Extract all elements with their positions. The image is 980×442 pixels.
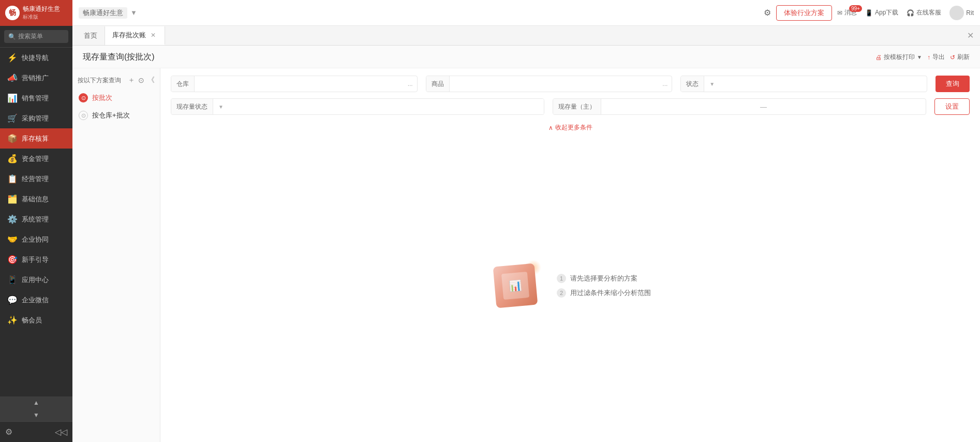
settings-btn[interactable]: 设置	[934, 98, 970, 115]
purchase-icon: 🛒	[7, 113, 18, 123]
sidebar-scroll-down[interactable]: ▼	[0, 409, 72, 421]
refresh-icon: ↺	[950, 54, 955, 61]
settings-footer-icon[interactable]: ⚙	[5, 427, 12, 437]
app-logo: 畅	[5, 6, 20, 20]
sidebar-item-quick-nav[interactable]: ⚡ 快捷导航	[0, 48, 72, 68]
sidebar-item-basic[interactable]: 🗂️ 基础信息	[0, 189, 72, 209]
tab-home[interactable]: 首页	[77, 26, 105, 45]
warehouse-filter[interactable]: 仓库 ...	[171, 76, 418, 92]
guide-icon: 🎯	[7, 255, 18, 264]
product-input[interactable]	[450, 80, 659, 88]
scheme-by-wh-batch-label: 按仓库+批次	[92, 111, 130, 120]
empty-state: 📊 1 请先选择要分析的方案 2 用过滤条件来缩小分析范围	[171, 136, 970, 435]
search-label: 搜索菜单	[18, 32, 43, 41]
search-menu-btn[interactable]: 🔍 搜索菜单	[4, 30, 68, 43]
settings-scheme-icon[interactable]: ⊙	[138, 76, 144, 84]
product-filter[interactable]: 商品 ...	[426, 76, 673, 92]
refresh-label: 刷新	[957, 53, 970, 62]
app-subtitle: 标准版	[23, 13, 60, 21]
app-title: 畅康通好生意	[23, 5, 60, 13]
status-filter[interactable]: 状态 ▼	[680, 76, 927, 92]
main-area: 畅康通好生意 ▼ ⚙ 体验行业方案 ✉ 消息 99+ 📱 App下载 🎧 在线客…	[72, 0, 980, 442]
tab-close-btn[interactable]: ✕	[149, 31, 157, 39]
stock-qty-max-input[interactable]	[772, 103, 926, 111]
breadcrumb-item: 畅康通好生意	[79, 7, 127, 19]
stock-qty-filter[interactable]: 现存量（主） —	[553, 98, 926, 115]
basic-label: 基础信息	[22, 195, 49, 204]
topbar-right: ✉ 消息 99+ 📱 App下载 🎧 在线客服 Rit	[837, 6, 974, 20]
sidebar-scroll-up[interactable]: ▲	[0, 396, 72, 409]
sidebar-item-enterprise[interactable]: 🤝 企业协同	[0, 229, 72, 249]
sidebar-item-finance[interactable]: 💰 资金管理	[0, 149, 72, 169]
sidebar-item-guide[interactable]: 🎯 新手引导	[0, 249, 72, 270]
empty-box-inner: 📊	[501, 271, 529, 299]
sidebar-item-appstore[interactable]: 📱 应用中心	[0, 270, 72, 290]
sidebar-header: 畅 畅康通好生意 标准版	[0, 0, 72, 26]
sidebar-search-area[interactable]: 🔍 搜索菜单	[0, 26, 72, 48]
headset-icon: 🎧	[907, 9, 914, 17]
sidebar-item-inventory[interactable]: 📦 库存核算	[0, 128, 72, 149]
phone-icon: 📱	[865, 9, 873, 17]
tab-batch-ledger[interactable]: 库存批次账 ✕	[105, 26, 165, 45]
sidebar-nav: ⚡ 快捷导航 📣 营销推广 📊 销售管理 🛒 采购管理 📦 库存核算 💰 资金管…	[0, 48, 72, 396]
tip-2-text: 用过滤条件来缩小分析范围	[570, 288, 651, 298]
stock-status-select[interactable]: ▼	[213, 99, 544, 114]
sidebar: 畅 畅康通好生意 标准版 🔍 搜索菜单 ⚡ 快捷导航 📣 营销推广 📊 销售管理…	[0, 0, 72, 442]
product-more-icon[interactable]: ...	[658, 80, 672, 87]
warehouse-more-icon[interactable]: ...	[404, 80, 417, 87]
stock-qty-min-input[interactable]	[601, 103, 755, 111]
empty-illustration: 📊	[489, 260, 541, 312]
system-icon: ⚙️	[7, 214, 18, 224]
tip-1-text: 请先选择要分析的方案	[570, 274, 637, 283]
collapse-conditions-btn[interactable]: ∧ 收起更多条件	[171, 119, 970, 136]
sidebar-item-sales[interactable]: 📊 销售管理	[0, 88, 72, 108]
tip-2-num: 2	[557, 288, 566, 298]
status-select-arrow: ▼	[709, 81, 715, 87]
print-dropdown-arrow[interactable]: ▼	[917, 54, 922, 60]
sidebar-item-member[interactable]: ✨ 畅会员	[0, 310, 72, 330]
scheme-inactive-icon: ⊙	[79, 111, 88, 120]
wechat-icon: 💬	[7, 295, 18, 305]
system-label: 系统管理	[22, 215, 49, 224]
appstore-label: 应用中心	[22, 275, 49, 285]
messages-btn[interactable]: ✉ 消息 99+	[837, 8, 857, 17]
query-btn[interactable]: 查询	[936, 76, 970, 92]
sidebar-item-purchase[interactable]: 🛒 采购管理	[0, 108, 72, 128]
print-icon: 🖨	[875, 54, 882, 61]
scheme-by-batch-label: 按批次	[92, 93, 112, 102]
wechat-label: 企业微信	[22, 296, 49, 305]
online-support-btn[interactable]: 🎧 在线客服	[907, 8, 941, 17]
refresh-btn[interactable]: ↺ 刷新	[950, 53, 970, 62]
stock-qty-dash: —	[755, 103, 772, 111]
topbar-settings-icon[interactable]: ⚙	[764, 8, 771, 18]
collapse-arrow-icon: ∧	[548, 124, 553, 131]
sidebar-item-marketing[interactable]: 📣 营销推广	[0, 68, 72, 88]
topbar: 畅康通好生意 ▼ ⚙ 体验行业方案 ✉ 消息 99+ 📱 App下载 🎧 在线客…	[72, 0, 980, 26]
sidebar-item-operation[interactable]: 📋 经营管理	[0, 169, 72, 189]
scheme-item-by-batch[interactable]: ⊙ 按批次	[72, 89, 160, 107]
sidebar-item-wechat[interactable]: 💬 企业微信	[0, 290, 72, 310]
status-select[interactable]: ▼	[704, 76, 720, 92]
stock-status-label: 现存量状态	[171, 99, 213, 114]
sales-icon: 📊	[7, 93, 18, 103]
collapse-label: 收起更多条件	[555, 123, 592, 132]
user-avatar-btn[interactable]: Rit	[949, 6, 974, 20]
page: 现存量查询(按批次) 🖨 按模板打印 ▼ ↑ 导出 ↺ 刷新	[72, 46, 980, 442]
quick-nav-icon: ⚡	[7, 53, 18, 63]
collapse-sidebar-icon[interactable]: ◁◁	[55, 427, 67, 437]
warehouse-input[interactable]	[195, 80, 404, 88]
export-btn[interactable]: ↑ 导出	[927, 53, 945, 62]
operation-icon: 📋	[7, 174, 18, 184]
sidebar-item-system[interactable]: ⚙️ 系统管理	[0, 209, 72, 229]
template-print-btn[interactable]: 🖨 按模板打印 ▼	[875, 53, 922, 62]
close-all-tabs-btn[interactable]: ✕	[967, 31, 974, 40]
app-download-btn[interactable]: 📱 App下载	[865, 8, 898, 17]
stock-status-filter[interactable]: 现存量状态 ▼	[171, 98, 544, 115]
scheme-item-by-wh-batch[interactable]: ⊙ 按仓库+批次	[72, 107, 160, 124]
page-title: 现存量查询(按批次)	[83, 52, 155, 63]
content-area: 按以下方案查询 ＋ ⊙ 《 ⊙ 按批次 ⊙ 按仓库+批次	[72, 68, 980, 442]
add-scheme-icon[interactable]: ＋	[128, 76, 135, 85]
collapse-panel-icon[interactable]: 《	[147, 76, 155, 85]
trial-btn[interactable]: 体验行业方案	[776, 5, 832, 21]
empty-tip-2: 2 用过滤条件来缩小分析范围	[557, 288, 651, 298]
